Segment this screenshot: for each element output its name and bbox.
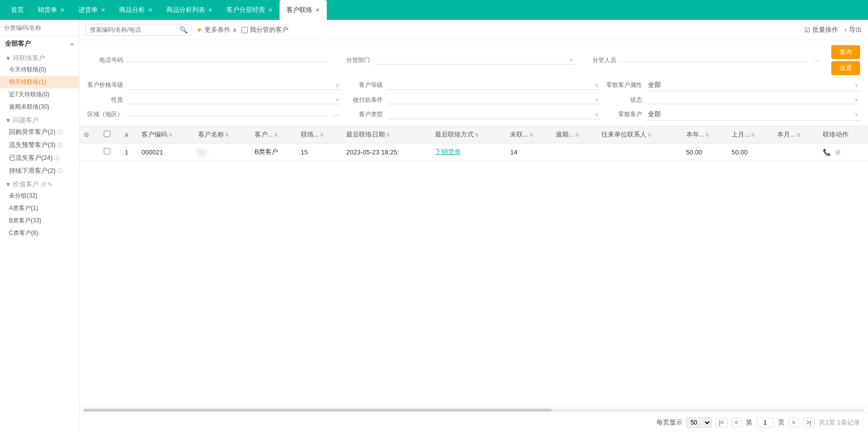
select-all-checkbox[interactable] [104,131,110,137]
th-last-month[interactable]: 上月...⇅ [727,126,773,144]
close-tab-customer-contact-icon[interactable]: ✕ [315,7,320,13]
filter-price-level-select[interactable]: ∨ [127,81,341,90]
my-customers-checkbox[interactable]: 我分管的客户 [241,25,289,34]
sidebar-item-b-class[interactable]: B类客户(33) [0,215,79,227]
td-unit-contact [597,144,682,161]
sidebar-item-tomorrow[interactable]: 明天待联络(1) [0,76,79,88]
last-page-btn[interactable]: >| [803,418,815,428]
nav-tab-customer-contact[interactable]: 客户联络 ✕ [280,0,327,20]
filter-region-more-icon[interactable]: ··· [331,111,341,119]
nav-tab-analysis[interactable]: 商品分析 ✕ [112,0,159,20]
filter-person-input[interactable] [620,59,807,62]
page-number-input[interactable] [756,418,774,428]
sidebar-item-near7[interactable]: 近7天待联络(0) [0,88,79,101]
prev-page-btn[interactable]: < [731,418,742,428]
value-edit-icon[interactable]: ✎ [47,181,53,188]
sidebar-search-input[interactable] [4,24,78,31]
th-overdue[interactable]: 逾期...⇅ [552,126,597,144]
sidebar-item-declining[interactable]: 持续下滑客户(2) ⓘ [0,164,79,177]
filter-payment-select[interactable]: ∨ [387,95,601,104]
filter-customer-level-label: 客户等级 [347,81,383,89]
th-type[interactable]: 客户...⇅ [251,126,297,144]
th-checkbox[interactable] [100,126,121,144]
problem-group-label: ▼ 问题客户 [0,113,79,126]
query-button[interactable]: 查询 [831,45,860,59]
nav-tab-customer-ops[interactable]: 客户分层经营 ✕ [219,0,280,20]
filter-region-input[interactable] [127,113,327,116]
sidebar-item-churned[interactable]: 已流失客户(24) ⓘ [0,151,79,164]
th-this-month[interactable]: 本月...⇅ [773,126,819,144]
my-customers-check[interactable] [241,27,248,33]
pagination-total: 共1页 1条记录 [819,418,860,427]
filter-price-level-label: 客户价格等级 [87,81,123,89]
more-action-icon[interactable]: ⊞ [835,148,841,156]
close-tab-purchase-icon[interactable]: ✕ [101,7,105,13]
horizontal-scroll [79,407,868,413]
scrollbar-thumb[interactable] [83,409,552,412]
content-area: 🔍 ▼ 更多条件 ∧ 我分管的客户 ☑ 批量操作 ↑ 导出 [79,20,868,432]
table-row: 1 000021 Ea B类客户 15 2023-05-23 18:25: 下销… [79,144,868,161]
batch-ops-btn[interactable]: ☑ 批量操作 [804,25,838,34]
close-tab-sales-icon[interactable]: ✕ [60,7,65,13]
close-tab-analysis-list-icon[interactable]: ✕ [208,7,213,13]
filter-retail-attr: 零散客户属性 全部 ∨ [606,79,860,91]
sidebar-item-a-class[interactable]: A类客户(1) [0,202,79,215]
export-icon: ↑ [844,26,848,34]
filter-retail-customer-select[interactable]: 全部 ∨ [646,108,860,121]
th-name[interactable]: 客户名称⇅ [194,126,251,144]
toolbar-search-icon[interactable]: 🔍 [179,26,188,34]
filter-row-3: 性质 ∨ 收付款条件 ∨ 状态 ∨ [87,95,860,104]
nav-tab-analysis-list[interactable]: 商品分析列表 ✕ [159,0,219,20]
export-btn[interactable]: ↑ 导出 [844,25,863,34]
phone-action-icon[interactable]: 📞 [823,148,831,156]
th-unit-contact[interactable]: 往来单位联系人⇅ [597,126,682,144]
sidebar-item-overdue[interactable]: 逾期未联络(30) [0,101,79,113]
filter-row-4: 区域（地区） ··· 客户类型 ∨ 零散客户 全部 ∨ [87,108,860,121]
filter-customer-level-select[interactable]: ∨ [387,81,601,90]
last-method-link[interactable]: 下销货单 [435,148,461,155]
sidebar-item-today[interactable]: 今天待联络(0) [0,64,79,76]
filter-region-label: 区域（地区） [87,110,123,119]
value-refresh-icon[interactable]: ↺ [41,181,46,188]
th-this-year[interactable]: 本年...⇅ [682,126,728,144]
th-last-date[interactable]: 最后联络日期⇅ [342,126,431,144]
nav-tab-sales[interactable]: 销货单 ✕ [31,0,72,20]
filter-status-select[interactable]: ∨ [646,95,860,104]
sidebar-item-c-class[interactable]: C类客户(6) [0,227,79,239]
close-tab-analysis-icon[interactable]: ✕ [148,7,152,13]
toolbar-search-input[interactable] [90,26,179,33]
more-conditions-btn[interactable]: ▼ 更多条件 ∧ [196,25,237,34]
th-code[interactable]: 客户编码⇅ [138,126,194,144]
td-contact: 15 [297,144,343,161]
toolbar-right: ☑ 批量操作 ↑ 导出 [804,25,863,34]
filter-person-more-icon[interactable]: ··· [811,56,821,64]
th-gear[interactable]: ⚙ [79,126,100,144]
scrollbar-track [83,409,864,412]
toolbar-search-box: 🔍 [85,24,192,36]
td-checkbox[interactable] [100,144,121,161]
toolbar: 🔍 ▼ 更多条件 ∧ 我分管的客户 ☑ 批量操作 ↑ 导出 [79,20,868,40]
filter-dept-select[interactable]: ∨ [374,56,575,65]
th-contact[interactable]: 联络...⇅ [297,126,343,144]
collapse-icon[interactable]: « [71,40,74,48]
nav-tab-purchase[interactable]: 进货单 ✕ [72,0,112,20]
sidebar-item-ungrouped[interactable]: 未分组(32) [0,190,79,202]
close-tab-customer-ops-icon[interactable]: ✕ [268,7,273,13]
next-page-btn[interactable]: > [789,418,799,428]
td-last-method[interactable]: 下销货单 [431,144,506,161]
filter-gender-select[interactable]: ∨ [127,95,341,104]
filter-customer-type-select[interactable]: ∨ [387,110,601,119]
per-page-select[interactable]: 50 100 200 [686,417,712,428]
sidebar-item-lost[interactable]: 流失预警客户(3) ⓘ [0,139,79,151]
page-suffix: 页 [778,418,785,427]
nav-home[interactable]: 首页 [4,0,31,20]
th-last-method[interactable]: 最后联络方式⇅ [431,126,506,144]
sidebar-item-repeat[interactable]: 回购异常客户(2) ⓘ [0,126,79,139]
filter-phone-input[interactable] [127,59,328,62]
first-page-btn[interactable]: |< [716,418,727,428]
row-checkbox[interactable] [104,148,110,154]
th-not-contacted[interactable]: 未联...⇅ [506,126,552,144]
filter-retail-attr-select[interactable]: 全部 ∨ [646,79,860,91]
settings-button[interactable]: 设置 [831,61,860,75]
customer-type-arrow-icon: ∨ [595,112,598,117]
